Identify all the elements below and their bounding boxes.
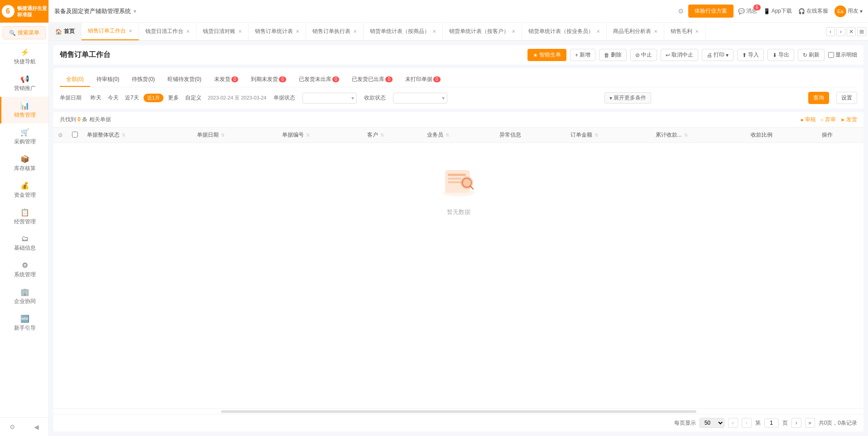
print-button[interactable]: 🖨 打印 ▾ (702, 49, 734, 61)
refresh-button[interactable]: ↻ 刷新 (798, 49, 825, 61)
user-menu[interactable]: Ea 用友 ▾ (834, 5, 863, 17)
trial-industry-button[interactable]: 体验行业方案 (688, 5, 734, 18)
show-detail-checkbox-label[interactable]: 显示明细 (828, 51, 857, 59)
tab-sales-stat-product[interactable]: 销货单统计表（按商品） ✕ (364, 23, 443, 40)
setting-button[interactable]: 设置 (836, 92, 857, 104)
filter-tab-shipped-not-out[interactable]: 已发货未出库0 (293, 73, 346, 87)
sidebar-item-operations[interactable]: 📋 经营管理 (0, 204, 48, 230)
tab-close-sales-stat-customer[interactable]: ✕ (512, 29, 515, 34)
import-button[interactable]: ⬆ 导入 (737, 49, 764, 61)
user-dropdown-icon: ▾ (860, 8, 863, 14)
tab-close-sales-stat-staff[interactable]: ✕ (596, 29, 600, 34)
sidebar-item-inventory[interactable]: 📦 库存核算 (0, 150, 48, 177)
tab-sales-order-exec[interactable]: 销售订单执行表 ✕ (306, 23, 364, 40)
tabs-navigation: ‹ › ✕ ⊞ (824, 27, 868, 36)
status-select-wrapper (302, 93, 357, 104)
sales-icon: 📊 (20, 101, 29, 110)
add-button[interactable]: + 新增 (570, 49, 595, 61)
sidebar-item-purchase[interactable]: 🛒 采购管理 (0, 123, 48, 150)
filter-tab-overdue-not-shipped[interactable]: 到期未发货0 (245, 73, 293, 87)
filter-tab-pending-review[interactable]: 待审核(0) (90, 73, 126, 87)
message-button[interactable]: 💬 消息 6 (738, 7, 757, 15)
system-dropdown-icon: ▾ (134, 8, 136, 14)
topbar-gear-button[interactable]: ⚙ (678, 7, 684, 15)
cancel-audit-button[interactable]: ○ 弃审 (820, 116, 836, 123)
tab-cash-daily[interactable]: 钱货日清工作台 ✕ (139, 23, 197, 40)
date-7days-button[interactable]: 近7天 (123, 93, 141, 103)
stop-button[interactable]: ⊘ 中止 (630, 49, 657, 61)
tab-product-margin[interactable]: 商品毛利分析表 ✕ (607, 23, 664, 40)
filter-tab-wangpu[interactable]: 旺铺待发货(0) (161, 73, 208, 87)
system-title: 装备及固定资产辅助管理系统 ▾ (54, 7, 673, 15)
table-settings-header[interactable]: ⚙ (53, 128, 67, 143)
online-service-button[interactable]: 🎧 在线客服 (798, 7, 828, 15)
last-page-button[interactable]: » (805, 418, 815, 428)
date-yesterday-button[interactable]: 昨天 (89, 93, 103, 103)
horizontal-scrollbar[interactable] (53, 408, 863, 414)
app-download-button[interactable]: 📱 App下载 (763, 7, 792, 15)
sidebar-item-guide[interactable]: 🆕 新手引导 (0, 310, 48, 336)
tab-close-sales-order-exec[interactable]: ✕ (353, 29, 357, 34)
sidebar-item-enterprise[interactable]: 🏢 企业协同 (0, 283, 48, 310)
select-all-checkbox[interactable] (72, 132, 78, 137)
sidebar-item-marketing[interactable]: 📢 营销推广 (0, 70, 48, 97)
tab-sales-profit[interactable]: 销售毛利 ✕ (664, 23, 705, 40)
cancel-stop-button[interactable]: ↩ 取消中止 (661, 49, 698, 61)
tab-close-cash-daily[interactable]: ✕ (186, 29, 190, 34)
date-more-button[interactable]: 更多 (166, 93, 181, 103)
show-detail-checkbox[interactable] (828, 52, 834, 58)
page-input[interactable] (764, 418, 779, 427)
tab-sales-workbench[interactable]: 销售订单工作台 ✕ (82, 23, 139, 40)
sidebar-item-quick-nav[interactable]: ⚡ 快捷导航 (0, 43, 48, 70)
tab-close-sales-profit[interactable]: ✕ (695, 29, 699, 34)
filter-tab-shipped-out[interactable]: 已发货已出库0 (345, 73, 399, 87)
tab-close-cash-reconcile[interactable]: ✕ (238, 29, 242, 34)
first-page-button[interactable]: « (728, 418, 738, 428)
payment-select[interactable] (393, 93, 447, 104)
delete-button[interactable]: 🗑 删除 (599, 49, 627, 61)
tab-cash-reconcile[interactable]: 钱货日清对账 ✕ (197, 23, 249, 40)
date-custom-button[interactable]: 自定义 (183, 93, 203, 103)
expand-filter-button[interactable]: ▾ 展开更多条件 (604, 92, 651, 104)
audit-button[interactable]: ● 审核 (801, 116, 816, 123)
per-page-select[interactable]: 50 10 20 100 (700, 418, 724, 428)
tab-sales-stat-staff[interactable]: 销货单统计表（按业务员） ✕ (522, 23, 607, 40)
tab-close-sales-order-stat[interactable]: ✕ (296, 29, 299, 34)
sidebar-item-finance[interactable]: 💰 资金管理 (0, 177, 48, 204)
tabs-prev-button[interactable]: ‹ (826, 27, 835, 36)
tabs-next-button[interactable]: › (836, 27, 845, 36)
logo-text: 畅捷通好生意 标准版 (17, 5, 47, 18)
sidebar-settings-button[interactable]: ⚙ (8, 422, 17, 432)
ship-icon: ➤ (840, 117, 845, 123)
sidebar-item-basic-info[interactable]: 🗂 基础信息 (0, 230, 48, 256)
filter-tab-all[interactable]: 全部(0) (60, 73, 90, 87)
sort-icon-doc-status: ⇅ (122, 133, 125, 137)
filter-bar: 全部(0) 待审核(0) 待拣货(0) 旺铺待发货(0) 未发货0 到期未发货0 (53, 68, 863, 109)
purchase-icon: 🛒 (20, 128, 29, 137)
sidebar-item-sales[interactable]: 📊 销售管理 (0, 97, 48, 123)
tab-sales-stat-customer[interactable]: 销货单统计表（按客户） ✕ (443, 23, 522, 40)
next-page-button[interactable]: › (791, 418, 801, 428)
tabs-expand-button[interactable]: ⊞ (857, 27, 866, 36)
status-select[interactable] (302, 93, 357, 104)
smart-create-button[interactable]: ★ 智能生单 (528, 49, 566, 61)
tab-sales-order-stat[interactable]: 销售订单统计表 ✕ (249, 23, 306, 40)
tab-close-sales-workbench[interactable]: ✕ (129, 28, 132, 33)
date-1month-button[interactable]: 近1月 (144, 94, 163, 102)
sidebar-item-system[interactable]: ⚙ 系统管理 (0, 256, 48, 283)
filter-tab-pending-inspect[interactable]: 待拣货(0) (125, 73, 161, 87)
search-button[interactable]: 查询 (808, 92, 829, 104)
prev-page-button[interactable]: ‹ (742, 418, 752, 428)
ship-button[interactable]: ➤ 发货 (840, 116, 857, 123)
sidebar-collapse-button[interactable]: ◀ (32, 422, 41, 432)
inventory-icon: 📦 (20, 155, 29, 163)
tab-home[interactable]: 🏠 首页 (49, 23, 82, 40)
filter-tab-not-printed[interactable]: 未打印单据0 (399, 73, 447, 87)
export-button[interactable]: ⬇ 导出 (767, 49, 794, 61)
tab-close-sales-stat-product[interactable]: ✕ (432, 29, 436, 34)
tabs-close-all-button[interactable]: ✕ (847, 27, 856, 36)
filter-tab-not-shipped[interactable]: 未发货0 (208, 73, 245, 87)
date-today-button[interactable]: 今天 (106, 93, 120, 103)
tab-close-product-margin[interactable]: ✕ (654, 29, 657, 34)
search-menu-button[interactable]: 🔍 搜索菜单 (3, 26, 46, 39)
